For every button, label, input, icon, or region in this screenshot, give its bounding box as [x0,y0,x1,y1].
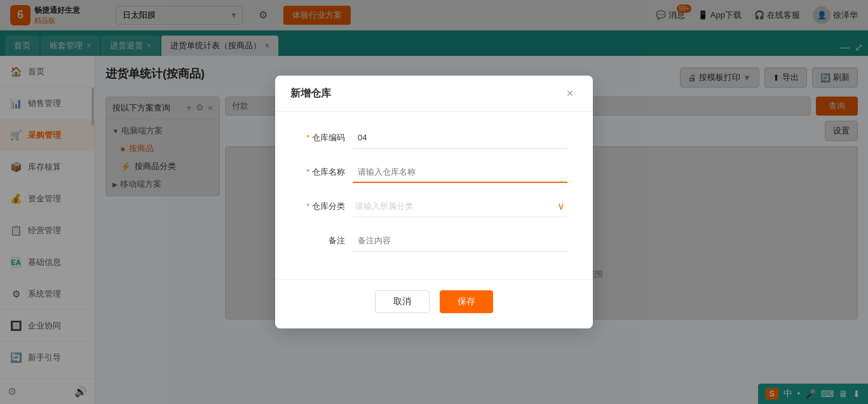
warehouse-remark-row: 备注 [301,230,567,252]
warehouse-name-input[interactable] [353,161,567,183]
dialog-footer: 取消 保存 [275,279,593,328]
warehouse-code-input[interactable] [353,127,567,149]
warehouse-remark-label: 备注 [301,235,345,246]
new-warehouse-dialog: 新增仓库 × 仓库编码 仓库名称 仓库分类 请输入所属分类 ∨ [275,76,593,328]
cancel-button[interactable]: 取消 [375,290,430,313]
warehouse-code-row: 仓库编码 [301,127,567,149]
warehouse-remark-input[interactable] [353,230,567,252]
dialog-body: 仓库编码 仓库名称 仓库分类 请输入所属分类 ∨ 备注 [275,112,593,279]
warehouse-name-row: 仓库名称 [301,161,567,183]
save-button[interactable]: 保存 [440,290,493,313]
warehouse-category-label: 仓库分类 [301,201,345,212]
dialog-header: 新增仓库 × [275,76,593,112]
dialog-close-button[interactable]: × [562,86,578,101]
warehouse-category-row: 仓库分类 请输入所属分类 ∨ [301,196,567,217]
warehouse-category-select[interactable]: 请输入所属分类 ∨ [353,196,567,217]
warehouse-code-label: 仓库编码 [301,132,345,144]
warehouse-name-label: 仓库名称 [301,166,345,178]
category-placeholder: 请输入所属分类 [355,201,413,212]
category-arrow-icon: ∨ [557,200,565,212]
dialog-title: 新增仓库 [290,87,331,100]
dialog-overlay: 新增仓库 × 仓库编码 仓库名称 仓库分类 请输入所属分类 ∨ [0,0,868,404]
